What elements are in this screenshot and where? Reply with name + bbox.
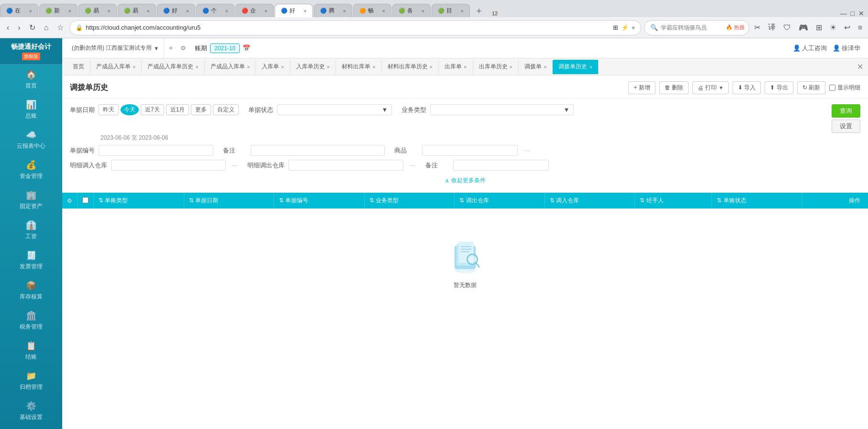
sidebar-item-fixed-assets[interactable]: 🏢 固定资产	[0, 185, 62, 215]
content-tab-transfer[interactable]: 调拨单 ×	[519, 60, 553, 74]
tab-close-1[interactable]: ×	[26, 8, 32, 14]
content-tab-transfer-hist-close[interactable]: ×	[589, 64, 592, 70]
bookmark-star-icon[interactable]: ▾	[632, 24, 635, 32]
sidebar-item-closing[interactable]: 📋 结账	[0, 336, 62, 366]
sidebar-item-tax[interactable]: 🏛️ 税务管理	[0, 306, 62, 336]
th-biz-type[interactable]: ⇅ 业务类型	[364, 193, 455, 209]
date-btn-1month[interactable]: 近1月	[166, 104, 189, 115]
browser-tab-10[interactable]: 🟠 畅 ×	[353, 4, 391, 17]
browser-tab-8[interactable]: 🔵 好 ×	[275, 4, 313, 17]
browser-tab-1[interactable]: 🔵 在 ×	[0, 4, 38, 17]
date-btn-yesterday[interactable]: 昨天	[99, 104, 119, 115]
detail-out-input[interactable]	[289, 160, 403, 171]
translate-icon[interactable]: 译	[766, 22, 778, 33]
tab-close-3[interactable]: ×	[105, 8, 111, 14]
show-fields-checkbox[interactable]	[829, 85, 835, 91]
goods-input[interactable]	[422, 145, 518, 156]
tab-close-4[interactable]: ×	[144, 8, 150, 14]
detail-note-input[interactable]	[453, 160, 549, 171]
sidebar-item-cloud-reports[interactable]: ☁️ 云报表中心	[0, 125, 62, 155]
home-button[interactable]: ⌂	[41, 22, 52, 34]
goods-more-icon[interactable]: ···	[523, 146, 530, 155]
content-tab-home[interactable]: 首页	[67, 60, 90, 74]
company-settings-button[interactable]: ⚙	[178, 44, 189, 52]
browser-tab-5[interactable]: 🔵 好 ×	[157, 4, 195, 17]
shield-icon[interactable]: 🛡	[781, 22, 793, 33]
customer-service-link[interactable]: 👤 人工咨询	[793, 44, 827, 53]
tab-close-2[interactable]: ×	[66, 8, 71, 14]
company-selector[interactable]: (勿删勿禁用) 江西服宝测试专用 ▼	[67, 38, 164, 58]
sidebar-item-settings[interactable]: ⚙️ 基础设置	[0, 396, 62, 426]
sidebar-item-home[interactable]: 🏠 首页	[0, 65, 62, 95]
search-input[interactable]	[661, 24, 723, 31]
scissors-icon[interactable]: ✂	[752, 22, 762, 33]
select-all-checkbox[interactable]	[82, 197, 89, 203]
browser-tab-9[interactable]: 🔵 腾 ×	[314, 4, 352, 17]
brightness-icon[interactable]: ☀	[828, 22, 838, 33]
game-icon[interactable]: 🎮	[797, 22, 810, 33]
detail-out-more-icon[interactable]: ···	[409, 161, 415, 170]
tab-close-8[interactable]: ×	[301, 8, 307, 14]
close-icon[interactable]: ✕	[858, 10, 864, 17]
th-handler[interactable]: ⇅ 经手人	[635, 193, 712, 209]
th-doc-date[interactable]: ⇅ 单据日期	[184, 193, 274, 209]
browser-tab-2[interactable]: 🟢 新 ×	[39, 4, 78, 17]
filter-settings-button[interactable]: 设置	[832, 120, 860, 133]
content-tab-prod-in[interactable]: 产成品入库单 ×	[90, 60, 142, 74]
delete-button[interactable]: 🗑 删除	[659, 81, 689, 94]
browser-tab-6[interactable]: 🔵 个 ×	[196, 4, 234, 17]
detail-in-more-icon[interactable]: ···	[232, 161, 238, 170]
calendar-icon[interactable]: 📅	[243, 44, 250, 52]
content-tab-mat-out-hist[interactable]: 材料出库单历史 ×	[382, 60, 439, 74]
th-doc-type[interactable]: ⇅ 单账类型	[94, 193, 184, 209]
th-doc-num[interactable]: ⇅ 单据编号	[274, 193, 365, 209]
th-in-wh[interactable]: ⇅ 调入仓库	[545, 193, 635, 209]
company-dropdown-icon[interactable]: ▼	[154, 45, 159, 51]
content-tab-prod-in-2-close[interactable]: ×	[247, 64, 250, 70]
print-button[interactable]: 🖨 打印 ▼	[692, 81, 729, 94]
date-btn-today[interactable]: 今天	[121, 104, 139, 115]
sidebar-item-ledger[interactable]: 📊 总账	[0, 95, 62, 125]
content-tab-out-hist-close[interactable]: ×	[510, 64, 512, 70]
content-tab-in[interactable]: 入库单 ×	[256, 60, 290, 74]
tab-close-11[interactable]: ×	[419, 8, 424, 14]
menu-icon[interactable]: ≡	[856, 22, 864, 33]
date-btn-custom[interactable]: 自定义	[213, 104, 239, 115]
export-button[interactable]: ⬆ 导出	[765, 81, 793, 94]
sidebar-item-archive[interactable]: 📁 归档管理	[0, 366, 62, 396]
minimize-icon[interactable]: —	[840, 10, 847, 17]
address-bar[interactable]: 🔒 https://cloud.chanjet.com/accounting/u…	[69, 20, 641, 35]
date-btn-7days[interactable]: 近7天	[141, 104, 164, 115]
content-tab-transfer-close[interactable]: ×	[544, 64, 546, 70]
sidebar-item-invoice[interactable]: 🧾 发票管理	[0, 245, 62, 275]
content-tab-out-close[interactable]: ×	[464, 64, 467, 70]
note-input[interactable]	[251, 145, 385, 156]
collapse-filter-button[interactable]: ∧ 收起更多条件	[70, 175, 860, 187]
query-button[interactable]: 查询	[832, 104, 860, 118]
browser-tab-11[interactable]: 🟢 各 ×	[392, 4, 431, 17]
period-value[interactable]: 2021-10	[210, 44, 240, 53]
content-tab-out[interactable]: 出库单 ×	[439, 60, 473, 74]
browser-tab-7[interactable]: 🔴 企 ×	[235, 4, 274, 17]
th-gear[interactable]: ⚙	[62, 193, 78, 209]
content-tab-transfer-hist[interactable]: 调拨单历史 ×	[553, 60, 598, 74]
content-tab-prod-in-hist[interactable]: 产成品入库单历史 ×	[142, 60, 204, 74]
th-checkbox[interactable]	[78, 193, 94, 209]
content-tab-prod-in-close[interactable]: ×	[133, 64, 135, 70]
reload-button[interactable]: ↻	[26, 21, 38, 34]
tab-close-12[interactable]: ×	[458, 8, 464, 14]
print-dropdown-icon[interactable]: ▼	[719, 85, 723, 90]
date-btn-more[interactable]: 更多	[191, 104, 211, 115]
status-select[interactable]: ▼	[277, 104, 392, 115]
content-tab-prod-in-hist-close[interactable]: ×	[195, 64, 198, 70]
sidebar-item-payroll[interactable]: 👔 工资	[0, 215, 62, 245]
browser-search-bar[interactable]: 🔍 🔥 热搜	[644, 20, 749, 35]
close-all-tabs-button[interactable]: ✕	[857, 62, 863, 71]
import-button[interactable]: ⬇ 导入	[733, 81, 761, 94]
tab-close-5[interactable]: ×	[183, 8, 189, 14]
content-tab-mat-out[interactable]: 材料出库单 ×	[336, 60, 381, 74]
detail-in-input[interactable]	[111, 160, 226, 171]
back-button[interactable]: ‹	[4, 22, 12, 34]
browser-tab-12[interactable]: 🟢 目 ×	[432, 4, 470, 17]
grid-icon[interactable]: ⊞	[814, 22, 824, 33]
